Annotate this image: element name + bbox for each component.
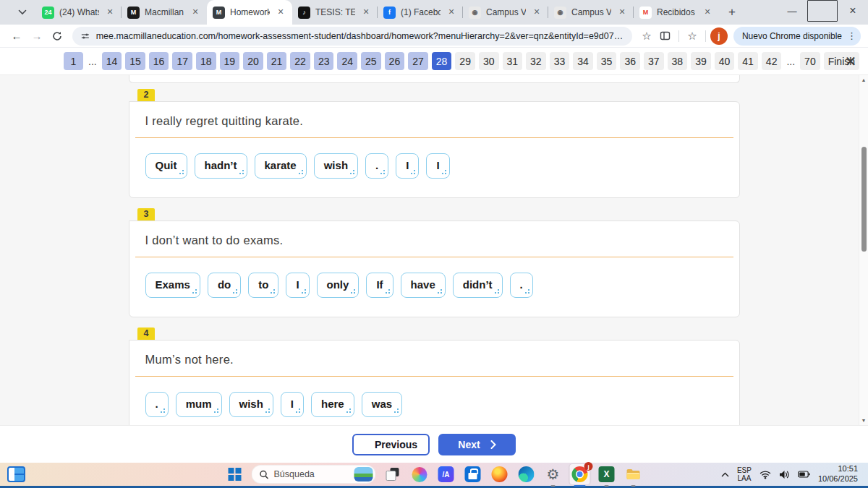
scrollbar[interactable]: ▲ ▼ (859, 75, 868, 425)
pagination-page-40[interactable]: 40 (715, 52, 735, 70)
word-chip[interactable]: karate (255, 153, 307, 179)
pagination-page-32[interactable]: 32 (526, 52, 546, 70)
next-button[interactable]: Next (438, 434, 516, 455)
pagination-page-35[interactable]: 35 (597, 52, 617, 70)
pagination-page-16[interactable]: 16 (149, 52, 169, 70)
browser-tab[interactable]: 24(24) WhatsApp B× (36, 0, 122, 25)
chrome-update-button[interactable]: Nuevo Chrome disponible ⋮ (733, 27, 861, 46)
back-icon[interactable]: ← (7, 27, 26, 46)
pagination-page-1[interactable]: 1 (64, 52, 83, 70)
previous-button[interactable]: Previous (352, 434, 430, 455)
pagination-page-41[interactable]: 41 (738, 52, 758, 70)
scroll-down-icon[interactable]: ▼ (859, 418, 868, 423)
excel-icon[interactable]: X (597, 464, 617, 484)
pagination-page-28[interactable]: 28 (432, 52, 452, 70)
language-indicator[interactable]: ESP LAA (737, 466, 752, 483)
pagination-page-26[interactable]: 26 (385, 52, 405, 70)
browser-tab[interactable]: ◉Campus Virtual U× (548, 0, 634, 25)
forward-icon[interactable]: → (27, 27, 46, 46)
widgets-icon[interactable] (7, 466, 25, 482)
pagination-page-34[interactable]: 34 (573, 52, 593, 70)
word-chip[interactable]: didn’t (453, 273, 503, 298)
pagination-page-37[interactable]: 37 (644, 52, 664, 70)
reload-icon[interactable] (48, 27, 67, 46)
battery-icon[interactable] (798, 470, 810, 479)
copilot-icon[interactable] (409, 464, 430, 484)
tab-close-icon[interactable]: × (190, 7, 201, 18)
browser-tab[interactable]: ◉Campus Virtual U× (463, 0, 548, 25)
taskbar-clock[interactable]: 10:51 10/06/2025 (818, 464, 858, 484)
explorer-icon[interactable] (624, 464, 644, 484)
scroll-up-icon[interactable]: ▲ (859, 77, 868, 82)
pagination-page-29[interactable]: 29 (455, 52, 475, 70)
pagination-page-14[interactable]: 14 (102, 52, 122, 70)
menu-dots-icon[interactable]: ⋮ (847, 30, 856, 41)
pagination-page-21[interactable]: 21 (267, 52, 287, 70)
pagination-page-27[interactable]: 27 (408, 52, 428, 70)
wifi-icon[interactable] (760, 470, 771, 479)
word-chip[interactable]: Exams (145, 273, 200, 298)
macmillan-app-icon[interactable]: /A (436, 464, 456, 484)
word-chip[interactable]: I (396, 153, 419, 179)
new-tab-button[interactable]: + (722, 2, 742, 22)
pagination-page-39[interactable]: 39 (691, 52, 711, 70)
firefox-icon[interactable] (490, 464, 510, 484)
browser-tab[interactable]: ♪TESIS: TEORIA Y× (292, 0, 378, 25)
word-chip[interactable]: Quit (145, 153, 187, 179)
volume-icon[interactable] (779, 470, 790, 479)
pagination-page-17[interactable]: 17 (172, 52, 192, 70)
word-chip[interactable]: wish (314, 153, 358, 179)
pagination-page-24[interactable]: 24 (337, 52, 357, 70)
tray-chevron-up-icon[interactable] (721, 472, 729, 477)
word-chip[interactable]: . (510, 273, 533, 298)
close-exercise-icon[interactable]: ✕ (843, 53, 859, 69)
word-chip[interactable]: was (362, 392, 402, 417)
tab-close-icon[interactable]: × (104, 7, 116, 18)
chrome-icon[interactable]: j (570, 464, 590, 484)
browser-tab[interactable]: MRecibidos (4.097)× (634, 0, 719, 25)
pagination-page-19[interactable]: 19 (220, 52, 240, 70)
word-chip[interactable]: have (401, 273, 446, 298)
word-chip[interactable]: hadn’t (195, 153, 247, 179)
word-chip[interactable]: only (317, 273, 359, 298)
scrollbar-thumb[interactable] (861, 147, 867, 252)
tab-close-icon[interactable]: × (360, 7, 372, 18)
minimize-icon[interactable]: — (777, 0, 807, 22)
store-icon[interactable] (463, 464, 483, 484)
bookmark-star-icon[interactable]: ☆ (638, 27, 655, 45)
settings-icon[interactable] (543, 464, 563, 484)
word-chip[interactable]: mum (176, 392, 222, 417)
taskbar-search[interactable]: Búsqueda (252, 465, 376, 484)
pagination-page-38[interactable]: 38 (668, 52, 688, 70)
word-chip[interactable]: wish (229, 392, 273, 417)
address-bar[interactable]: mee.macmillaneducation.com/homework-asse… (72, 27, 632, 46)
profile-avatar[interactable]: j (710, 27, 728, 45)
edge-icon[interactable] (516, 464, 537, 484)
tab-close-icon[interactable]: × (702, 7, 713, 18)
restore-icon[interactable] (807, 0, 838, 22)
word-chip[interactable]: do (208, 273, 241, 298)
word-chip[interactable]: I (426, 153, 449, 179)
tab-search-chevron-icon[interactable] (13, 3, 32, 22)
pagination-page-25[interactable]: 25 (361, 52, 381, 70)
word-chip[interactable]: I (281, 392, 304, 417)
tab-close-icon[interactable]: × (446, 7, 457, 18)
pagination-page-22[interactable]: 22 (290, 52, 310, 70)
pagination-page-42[interactable]: 42 (762, 52, 782, 70)
pagination-page-23[interactable]: 23 (314, 52, 334, 70)
word-chip[interactable]: here (311, 392, 354, 417)
start-button[interactable] (225, 464, 245, 484)
word-chip[interactable]: I (286, 273, 309, 298)
pagination-page-70[interactable]: 70 (800, 52, 820, 70)
word-chip[interactable]: . (145, 392, 169, 417)
close-window-icon[interactable]: × (838, 0, 868, 22)
pagination-page-20[interactable]: 20 (243, 52, 263, 70)
tab-close-icon[interactable]: × (531, 7, 542, 18)
site-info-icon[interactable] (81, 32, 90, 40)
pagination-page-18[interactable]: 18 (196, 52, 216, 70)
pagination-page-31[interactable]: 31 (503, 52, 523, 70)
word-chip[interactable]: to (248, 273, 278, 298)
pagination-page-15[interactable]: 15 (125, 52, 145, 70)
tab-close-icon[interactable]: × (616, 7, 628, 18)
pagination-page-33[interactable]: 33 (550, 52, 570, 70)
